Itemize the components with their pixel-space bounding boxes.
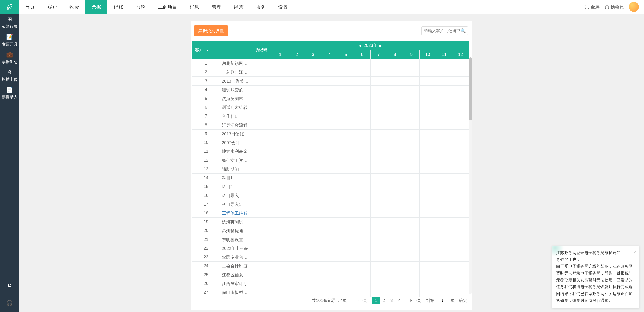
cell-month[interactable] — [338, 130, 354, 138]
cell-month[interactable] — [289, 253, 305, 262]
cell-month[interactable] — [321, 94, 338, 103]
cell-month[interactable] — [289, 86, 305, 94]
app-logo[interactable] — [0, 0, 19, 14]
cell-month[interactable] — [305, 288, 321, 297]
cell-month[interactable] — [354, 279, 370, 288]
cell-month[interactable] — [452, 218, 469, 226]
cell-month[interactable] — [321, 86, 338, 94]
cell-month[interactable] — [272, 253, 289, 262]
cell-month[interactable] — [370, 112, 387, 121]
cell-month[interactable] — [354, 209, 370, 218]
cell-month[interactable] — [436, 112, 452, 121]
sidebar-item-扫描上传[interactable]: 🖨扫描上传 — [0, 67, 19, 84]
cell-month[interactable] — [420, 86, 436, 94]
cell-month[interactable] — [272, 77, 289, 86]
top-menu-工商项目[interactable]: 工商项目 — [152, 0, 183, 14]
cell-month[interactable] — [321, 182, 338, 191]
cell-month[interactable] — [289, 112, 305, 121]
cell-month[interactable] — [289, 147, 305, 156]
cell-month[interactable] — [420, 209, 436, 218]
cell-month[interactable] — [436, 94, 452, 103]
cell-month[interactable] — [289, 244, 305, 253]
cell-month[interactable] — [420, 191, 436, 200]
cell-month[interactable] — [289, 138, 305, 147]
cell-month[interactable] — [370, 279, 387, 288]
cell-month[interactable] — [354, 77, 370, 86]
cell-month[interactable] — [436, 270, 452, 279]
col-month-4[interactable]: 4 — [321, 50, 338, 59]
cell-month[interactable] — [436, 191, 452, 200]
cell-month[interactable] — [289, 279, 305, 288]
cell-month[interactable] — [370, 253, 387, 262]
cell-month[interactable] — [305, 130, 321, 138]
col-month-3[interactable]: 3 — [305, 50, 321, 59]
cell-month[interactable] — [436, 262, 452, 270]
cell-month[interactable] — [420, 279, 436, 288]
cell-month[interactable] — [272, 174, 289, 182]
cell-month[interactable] — [289, 226, 305, 235]
cell-month[interactable] — [272, 156, 289, 165]
cell-month[interactable] — [338, 200, 354, 209]
cell-month[interactable] — [436, 103, 452, 112]
cell-month[interactable] — [436, 77, 452, 86]
cell-month[interactable] — [338, 174, 354, 182]
category-settings-button[interactable]: 票据类别设置 — [194, 25, 228, 36]
top-menu-服务[interactable]: 服务 — [250, 0, 272, 14]
cell-month[interactable] — [321, 147, 338, 156]
cell-month[interactable] — [452, 200, 469, 209]
cell-month[interactable] — [289, 68, 305, 77]
cell-month[interactable] — [452, 191, 469, 200]
cell-month[interactable] — [436, 165, 452, 174]
cell-month[interactable] — [452, 288, 469, 297]
cell-month[interactable] — [354, 165, 370, 174]
cell-month[interactable] — [387, 235, 403, 244]
cell-month[interactable] — [403, 218, 420, 226]
cell-month[interactable] — [305, 165, 321, 174]
cell-month[interactable] — [321, 121, 338, 130]
col-month-6[interactable]: 6 — [354, 50, 370, 59]
cell-month[interactable] — [338, 147, 354, 156]
cell-month[interactable] — [387, 77, 403, 86]
cell-month[interactable] — [272, 86, 289, 94]
cell-month[interactable] — [370, 121, 387, 130]
cell-month[interactable] — [305, 244, 321, 253]
pagination-prev[interactable]: 上一页 — [351, 296, 370, 305]
cell-month[interactable] — [272, 191, 289, 200]
cell-month[interactable] — [305, 218, 321, 226]
cell-month[interactable] — [305, 235, 321, 244]
cell-month[interactable] — [370, 270, 387, 279]
cell-month[interactable] — [305, 138, 321, 147]
cell-month[interactable] — [436, 121, 452, 130]
cell-month[interactable] — [370, 138, 387, 147]
cell-month[interactable] — [420, 165, 436, 174]
cell-month[interactable] — [387, 209, 403, 218]
cell-month[interactable] — [321, 174, 338, 182]
top-menu-记账[interactable]: 记账 — [107, 0, 130, 14]
cell-month[interactable] — [403, 279, 420, 288]
cell-month[interactable] — [289, 182, 305, 191]
cell-month[interactable] — [305, 279, 321, 288]
cell-month[interactable] — [338, 138, 354, 147]
customer-name[interactable]: 工程施工结转 — [221, 209, 250, 218]
cell-month[interactable] — [403, 86, 420, 94]
cell-month[interactable] — [289, 94, 305, 103]
cell-month[interactable] — [289, 235, 305, 244]
cell-month[interactable] — [272, 244, 289, 253]
cell-month[interactable] — [387, 68, 403, 77]
cell-month[interactable] — [272, 218, 289, 226]
year-prev-button[interactable]: ◀ — [359, 44, 361, 48]
cell-month[interactable] — [452, 182, 469, 191]
cell-month[interactable] — [436, 244, 452, 253]
cell-month[interactable] — [321, 77, 338, 86]
cell-month[interactable] — [436, 235, 452, 244]
cell-month[interactable] — [338, 165, 354, 174]
cell-month[interactable] — [403, 288, 420, 297]
cell-month[interactable] — [289, 174, 305, 182]
cell-month[interactable] — [387, 218, 403, 226]
cell-month[interactable] — [354, 218, 370, 226]
cell-month[interactable] — [420, 156, 436, 165]
cell-month[interactable] — [305, 94, 321, 103]
cell-month[interactable] — [272, 103, 289, 112]
cell-month[interactable] — [370, 77, 387, 86]
member-button[interactable]: ▢ 畅会员 — [605, 4, 624, 10]
